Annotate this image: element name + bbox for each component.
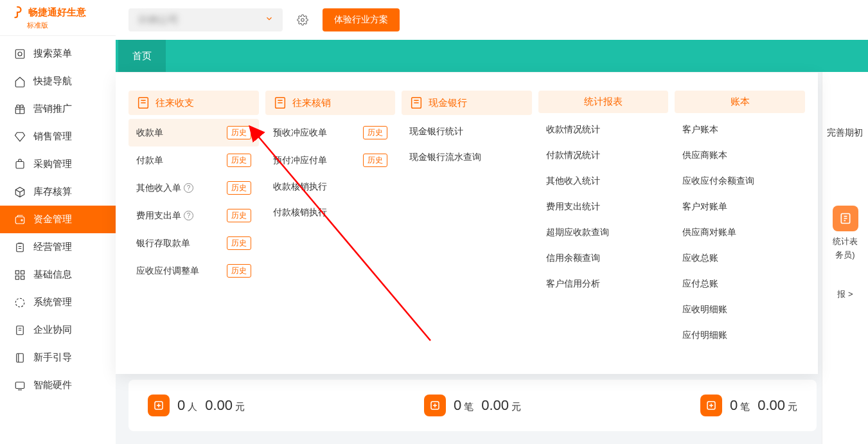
hint-report-more[interactable]: 报 >: [837, 288, 853, 301]
item-label: 应收应付调整单: [136, 265, 199, 277]
sidebar-item-9[interactable]: 系统管理: [0, 289, 116, 316]
megamenu-item[interactable]: 应收应付调整单历史: [128, 257, 259, 285]
stat-amount-unit: 元: [788, 401, 797, 413]
item-label: 收款单: [136, 127, 163, 139]
sidebar-item-label: 资金管理: [33, 213, 72, 226]
svg-point-1: [18, 52, 22, 56]
sidebar-item-7[interactable]: 经营管理: [0, 233, 116, 261]
megamenu-item[interactable]: 信用余额查询: [538, 245, 669, 271]
item-label: 应付总账: [682, 278, 718, 290]
megamenu-item[interactable]: 收款核销执行: [265, 174, 396, 200]
sidebar-item-4[interactable]: 采购管理: [0, 150, 116, 178]
sidebar-item-2[interactable]: 营销推广: [0, 95, 116, 123]
stat-block-1: 0笔 0.00元: [424, 395, 521, 416]
sidebar-item-1[interactable]: 快捷导航: [0, 67, 116, 95]
sidebar-item-12[interactable]: 智能硬件: [0, 371, 116, 399]
megamenu-col-1: 往来核销预收冲应收单历史预付冲应付单历史收款核销执行付款核销执行: [265, 91, 396, 348]
sidebar-item-11[interactable]: 新手引导: [0, 344, 116, 371]
megamenu-col-header: 往来核销: [265, 91, 396, 115]
item-label: 应收应付余额查询: [682, 175, 754, 187]
tab-home[interactable]: 首页: [118, 40, 166, 72]
megamenu-item[interactable]: 预收冲应收单历史: [265, 119, 396, 147]
megamenu-item[interactable]: 客户对账单: [675, 194, 805, 220]
settings-button[interactable]: [293, 10, 312, 30]
history-button[interactable]: 历史: [227, 209, 251, 222]
megamenu-item[interactable]: 费用支出统计: [538, 194, 669, 220]
sidebar: 畅捷通好生意 标准版 搜索菜单快捷导航营销推广销售管理采购管理库存核算资金管理经…: [0, 0, 116, 444]
megamenu-item[interactable]: 供应商账本: [675, 143, 805, 168]
megamenu-item[interactable]: 超期应收款查询: [538, 220, 669, 245]
svg-rect-9: [15, 276, 19, 279]
megamenu-item[interactable]: 现金银行统计: [402, 119, 532, 145]
right-quick-panel: 完善期初 统计表务员) 报 >: [822, 72, 868, 444]
megamenu-item[interactable]: 其他收入统计: [538, 168, 669, 194]
item-label: 收款情况统计: [546, 124, 600, 136]
box-icon: [14, 186, 26, 198]
item-label: 费用支出统计: [546, 201, 600, 213]
megamenu-item[interactable]: 应付明细账: [675, 323, 805, 348]
sidebar-item-10[interactable]: 企业协同: [0, 316, 116, 344]
hint-stat-table: 统计表务员): [833, 235, 858, 262]
megamenu-item[interactable]: 应收总账: [675, 245, 805, 271]
megamenu-item[interactable]: 应收应付余额查询: [675, 168, 805, 194]
stat-icon: [700, 395, 722, 416]
megamenu-item[interactable]: 客户信用分析: [538, 271, 669, 297]
megamenu-col-header: 统计报表: [538, 91, 669, 113]
megamenu-item[interactable]: 收款情况统计: [538, 117, 669, 143]
megamenu-item[interactable]: 付款情况统计: [538, 143, 669, 168]
item-label: 应收总账: [682, 253, 718, 264]
wallet-icon: [14, 214, 26, 226]
col-title: 统计报表: [584, 96, 623, 108]
hint-complete-initial: 完善期初: [827, 127, 863, 139]
megamenu-item[interactable]: 付款单历史: [128, 147, 259, 174]
megamenu-item[interactable]: 预付冲应付单历史: [265, 147, 396, 174]
stat-count: 0: [177, 397, 185, 414]
org-selector[interactable]: 示例公司: [128, 8, 283, 31]
item-label: 付款单: [136, 155, 163, 166]
megamenu-item[interactable]: 其他收入单?历史: [128, 174, 259, 202]
item-label: 供应商对账单: [682, 227, 736, 238]
history-button[interactable]: 历史: [227, 154, 251, 167]
sidebar-item-0[interactable]: 搜索菜单: [0, 40, 116, 67]
history-button[interactable]: 历史: [227, 126, 251, 139]
megamenu-item[interactable]: 应收明细账: [675, 297, 805, 323]
sidebar-item-3[interactable]: 销售管理: [0, 123, 116, 150]
item-label: 银行存取款单: [136, 238, 190, 249]
history-button[interactable]: 历史: [363, 126, 387, 139]
megamenu-item[interactable]: 收款单历史: [128, 119, 259, 147]
sidebar-item-label: 基础信息: [33, 269, 72, 281]
col-title: 账本: [731, 96, 750, 108]
diamond-icon: [14, 131, 26, 143]
megamenu-item[interactable]: 现金银行流水查询: [402, 145, 532, 170]
home-icon: [14, 76, 26, 87]
megamenu-col-header: 现金银行: [402, 91, 532, 115]
quick-report-icon[interactable]: [833, 206, 858, 231]
help-icon[interactable]: ?: [184, 211, 193, 220]
item-label: 客户账本: [682, 124, 718, 136]
item-label: 现金银行流水查询: [409, 152, 481, 163]
item-label: 其他收入统计: [546, 175, 600, 187]
sidebar-item-6[interactable]: 资金管理: [0, 206, 116, 233]
megamenu-item[interactable]: 供应商对账单: [675, 220, 805, 245]
history-button[interactable]: 历史: [363, 154, 387, 167]
megamenu-item[interactable]: 费用支出单?历史: [128, 202, 259, 229]
note-icon: [14, 324, 26, 336]
history-button[interactable]: 历史: [227, 181, 251, 195]
svg-rect-0: [15, 49, 24, 58]
history-button[interactable]: 历史: [227, 236, 251, 250]
history-button[interactable]: 历史: [227, 264, 251, 278]
stat-block-2: 0笔 0.00元: [700, 395, 797, 416]
industry-solution-button[interactable]: 体验行业方案: [323, 8, 400, 31]
cart-icon: [14, 159, 26, 170]
megamenu-item[interactable]: 付款核销执行: [265, 200, 396, 226]
megamenu-item[interactable]: 应付总账: [675, 271, 805, 297]
brand-logo-icon: [10, 5, 24, 19]
grid-icon: [14, 269, 26, 281]
sidebar-item-5[interactable]: 库存核算: [0, 178, 116, 206]
sidebar-item-8[interactable]: 基础信息: [0, 261, 116, 289]
megamenu-item[interactable]: 银行存取款单历史: [128, 229, 259, 257]
document-icon: [136, 96, 150, 110]
document-icon: [273, 96, 287, 110]
megamenu-item[interactable]: 客户账本: [675, 117, 805, 143]
help-icon[interactable]: ?: [184, 183, 193, 193]
